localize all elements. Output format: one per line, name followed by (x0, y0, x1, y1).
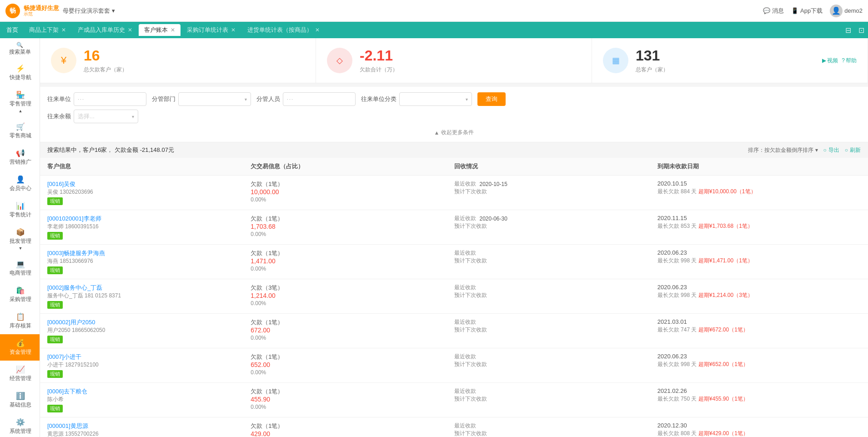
sidebar-item-batch-mgmt[interactable]: 📦 批发管理 ▼ (0, 223, 40, 255)
overdue-link-6[interactable]: 超期¥455.90（1笔） (698, 396, 748, 402)
tab-inventory-stats-label: 进货单统计表（按商品） (247, 26, 312, 34)
customer-id-2[interactable]: [0003]畅捷服务尹海燕 (47, 250, 105, 256)
member-center-icon: 👤 (16, 175, 25, 184)
message-button[interactable]: 💬 消息 (763, 7, 784, 15)
inventory-icon: 📋 (16, 312, 25, 321)
sidebar-item-marketing[interactable]: 📢 营销推广 (0, 144, 40, 171)
table-row: [000002]用户2050 用户2050 18665062050 现销 欠款（… (40, 314, 868, 348)
table-row: [0001020001]李老师 李老师 18600391516 现销 欠款（1笔… (40, 210, 868, 245)
user-profile[interactable]: 👤 demo2 (830, 5, 863, 17)
tab-collapse-button[interactable]: ⊟ (843, 26, 853, 35)
export-label: 导出 (828, 146, 839, 154)
debt-amount-1[interactable]: 1,703.68 (251, 223, 454, 230)
classification-chevron-icon: ▾ (466, 97, 468, 102)
chevron-icon: ▲ (19, 109, 23, 113)
tab-inventory-stats[interactable]: 进货单统计表（按商品） ✕ (242, 24, 325, 36)
debt-percent-2: 0.00% (251, 266, 454, 272)
customer-id-0[interactable]: [0016]吴俊 (47, 181, 75, 187)
query-button[interactable]: 查询 (477, 92, 506, 106)
customer-id-3[interactable]: [0002]服务中心_丁磊 (47, 284, 102, 291)
sidebar-item-operations[interactable]: 📈 经营管理 (0, 361, 40, 387)
demo-selector[interactable]: 母婴行业演示套套 ▾ (63, 7, 115, 15)
debt-amount-4[interactable]: 672.00 (251, 326, 454, 334)
overdue-link-1[interactable]: 超期¥1,703.68（1笔） (698, 223, 753, 229)
marketing-icon: 📢 (16, 149, 25, 157)
video-link[interactable]: ▶ 视频 (822, 57, 838, 65)
tab-home[interactable]: 首页 (2, 24, 23, 36)
sidebar-item-purchase[interactable]: 🛍️ 采购管理 (0, 281, 40, 308)
refresh-button[interactable]: ○ 刷新 (845, 146, 861, 154)
tab-production[interactable]: 产成品入库单历史 ✕ (72, 24, 138, 36)
dept-select[interactable]: ▾ (178, 92, 251, 106)
recovery-4: 最近收款 预计下次收款 (454, 318, 657, 334)
export-button[interactable]: ○ 导出 (823, 146, 839, 154)
debt-amount-6[interactable]: 455.90 (251, 396, 454, 403)
sidebar-item-basic-info[interactable]: ℹ️ 基础信息 (0, 387, 40, 413)
debt-amount-3[interactable]: 1,214.00 (251, 292, 454, 299)
collapse-row[interactable]: ▲ 收起更多条件 (47, 127, 861, 138)
tab-production-close[interactable]: ✕ (128, 27, 132, 33)
tab-customer-accounts[interactable]: 客户账本 ✕ (139, 24, 181, 36)
customer-id-7[interactable]: [000001]黄思源 (47, 422, 88, 429)
chevron-down-icon: ▾ (112, 7, 115, 14)
overdue-link-5[interactable]: 超期¥652.00（1笔） (698, 361, 748, 367)
from-unit-input[interactable]: ··· (74, 92, 146, 106)
person-input[interactable]: ··· (283, 92, 356, 106)
result-amount-label: 欠款金额 (115, 146, 138, 153)
customer-id-5[interactable]: [0007]小进干 (47, 353, 81, 360)
overdue-link-0[interactable]: 超期¥10,000.00（1笔） (698, 188, 756, 195)
tab-products-close[interactable]: ✕ (61, 27, 66, 33)
dept-chevron-icon: ▾ (245, 97, 247, 102)
sidebar-item-retail-mgmt[interactable]: 🏪 零售管理 ▲ (0, 86, 40, 118)
tab-purchase-orders[interactable]: 采购订单统计表 ✕ (181, 24, 241, 36)
recovery-label-2: 最近收款 (454, 249, 476, 257)
customer-id-6[interactable]: [0006]去下粮仓 (47, 388, 87, 395)
tab-inventory-stats-close[interactable]: ✕ (315, 27, 320, 33)
tab-products[interactable]: 商品上下架 ✕ (24, 24, 71, 36)
debt-amount-2[interactable]: 1,471.00 (251, 257, 454, 265)
sidebar-item-retail-mall[interactable]: 🛒 零售商城 (0, 118, 40, 144)
debt-info-0: 欠款（1笔） 10,000.00 0.00% (251, 180, 454, 203)
customer-id-4[interactable]: [000002]用户2050 (47, 319, 95, 326)
tab-purchase-orders-close[interactable]: ✕ (231, 27, 236, 33)
recovery-next-0: 预计下次收款 (454, 188, 657, 196)
debt-amount-7[interactable]: 429.00 (251, 430, 454, 437)
chevron-down-icon: ▼ (19, 246, 23, 251)
debt-amount-0[interactable]: 10,000.00 (251, 188, 454, 196)
table-header: 客户信息 欠交易信息（占比） 回收情况 到期未收款日期 (40, 158, 868, 176)
logo-text: 畅捷通好生意 (24, 5, 59, 12)
customer-id-1[interactable]: [0001020001]李老师 (47, 215, 101, 222)
sidebar-item-member-center[interactable]: 👤 会员中心 (0, 171, 40, 197)
sidebar-item-retail-stats[interactable]: 📊 零售统计 (0, 197, 40, 223)
sidebar-item-search-menu[interactable]: 🔍 搜索菜单 (0, 38, 40, 60)
overdue-link-2[interactable]: 超期¥1,471.00（1笔） (698, 257, 753, 264)
operations-icon: 📈 (16, 365, 25, 374)
tab-expand-button[interactable]: ⊡ (857, 26, 866, 35)
overdue-link-3[interactable]: 超期¥1,214.00（3笔） (698, 292, 753, 298)
help-link[interactable]: ? 帮助 (842, 57, 857, 65)
tab-bar-actions: ⊟ ⊡ (843, 26, 866, 35)
basic-info-icon: ℹ️ (16, 392, 25, 400)
tab-purchase-orders-label: 采购订单统计表 (187, 26, 228, 34)
sidebar-item-system[interactable]: ⚙️ 系统管理 (0, 413, 40, 437)
sidebar-item-quick-nav[interactable]: ⚡ 快捷导航 (0, 60, 40, 86)
filter-group-remaining: 往来余额 选择... ▾ (47, 110, 138, 123)
filter-group-classification: 往来单位分类 ▾ (361, 92, 472, 106)
due-date-5: 2020.06.23 (657, 353, 861, 360)
sidebar-item-ecommerce[interactable]: 💻 电商管理 (0, 255, 40, 281)
classification-select[interactable]: ▾ (399, 92, 472, 106)
debt-count-6: 欠款（1笔） (251, 387, 454, 396)
sort-dropdown[interactable]: 排序：按欠款金额倒序排序 ▾ (748, 146, 818, 154)
remaining-select[interactable]: 选择... ▾ (74, 110, 138, 123)
sidebar-item-finance[interactable]: 💰 资金管理 (0, 334, 40, 361)
username: demo2 (844, 7, 863, 14)
customer-phone-7: 黄思源 13552700226 (47, 430, 251, 437)
tab-customer-accounts-close[interactable]: ✕ (171, 27, 175, 33)
overdue-link-4[interactable]: 超期¥672.00（1笔） (698, 326, 748, 333)
sidebar-item-inventory[interactable]: 📋 库存核算 (0, 308, 40, 334)
debt-amount-5[interactable]: 652.00 (251, 361, 454, 368)
tab-production-label: 产成品入库单历史 (78, 26, 125, 34)
recovery-label-4: 最近收款 (454, 318, 476, 326)
app-download-button[interactable]: 📱 App下载 (791, 7, 823, 15)
overdue-link-7[interactable]: 超期¥429.00（1笔） (698, 430, 748, 437)
